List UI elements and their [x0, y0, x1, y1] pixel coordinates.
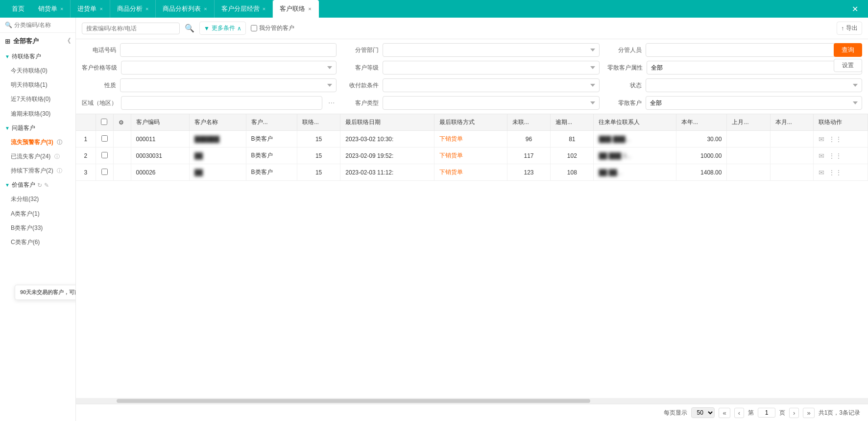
td-check-1[interactable] — [96, 148, 113, 164]
tab-goods-analysis[interactable]: 商品分析 × — [110, 0, 156, 18]
sidebar-item-churned[interactable]: 已流失客户(24) ⓘ — [0, 149, 75, 164]
page-word: 页 — [779, 409, 785, 417]
page-number-input[interactable] — [758, 408, 775, 418]
region-label: 区域（地区） — [82, 99, 117, 107]
action-more-icon-2[interactable]: ⋮⋮ — [828, 169, 842, 176]
tab-customer-contact-label: 客户联络 — [280, 4, 305, 13]
sidebar-item-churn-warning[interactable]: 流失预警客户(3) ⓘ 90天未交易的客户，可能有流失风险。 — [0, 135, 75, 149]
sidebar-group-value[interactable]: ▼ 价值客户 ↻ ✎ — [0, 178, 75, 192]
close-customer-contact-icon[interactable]: × — [308, 6, 311, 12]
close-goods-analysis-list-icon[interactable]: × — [204, 6, 207, 12]
sidebar-item-today[interactable]: 今天待联络(0) — [0, 64, 75, 78]
th-setting[interactable]: ⚙ — [113, 114, 131, 131]
customer-type-select[interactable] — [383, 96, 599, 110]
tab-home[interactable]: 首页 — [5, 0, 31, 18]
price-level-select[interactable] — [121, 61, 337, 74]
query-button[interactable]: 查询 — [834, 43, 862, 57]
close-all-icon[interactable]: ✕ — [847, 4, 863, 14]
td-last-method-2[interactable]: 下销货单 — [434, 164, 507, 181]
phone-input[interactable] — [120, 43, 337, 57]
td-last-method-1[interactable]: 下销货单 — [434, 148, 507, 164]
row-checkbox-1[interactable] — [101, 152, 108, 158]
customer-level-select[interactable] — [383, 61, 599, 74]
tab-sales[interactable]: 销货单 × — [31, 0, 71, 18]
sidebar-item-declining[interactable]: 持续下滑客户(2) ⓘ — [0, 164, 75, 178]
tooltip-churn: 90天未交易的客户，可能有流失风险。 — [15, 285, 76, 300]
td-last-date-2: 2023-02-03 11:12: — [340, 164, 434, 181]
row-checkbox-2[interactable] — [101, 169, 108, 175]
next-page-button[interactable]: › — [789, 408, 799, 418]
prev-page-button[interactable]: ‹ — [734, 408, 744, 418]
collapse-icon[interactable]: 《 — [64, 37, 71, 46]
region-more-icon[interactable]: ··· — [326, 99, 337, 107]
th-overdue: 逾期... — [551, 114, 594, 131]
scrollbar-thumb[interactable] — [117, 399, 591, 403]
th-last-month-label: 上月... — [732, 119, 748, 125]
status-select[interactable] — [646, 78, 862, 92]
sidebar-item-class-a[interactable]: A类客户(1) — [0, 207, 75, 221]
tab-goods-analysis-list[interactable]: 商品分析列表 × — [156, 0, 214, 18]
settings-button[interactable]: 设置 — [834, 59, 862, 72]
last-method-link-2[interactable]: 下销货单 — [439, 169, 463, 175]
tab-customer-contact[interactable]: 客户联络 × — [273, 0, 318, 18]
sidebar-group-problem[interactable]: ▼ 问题客户 — [0, 121, 75, 135]
last-method-link-0[interactable]: 下销货单 — [439, 135, 463, 142]
sidebar-search-input[interactable] — [14, 22, 71, 28]
td-action-2[interactable]: ✉ ⋮⋮ — [814, 164, 868, 181]
zero-customer-select[interactable]: 全部 — [646, 96, 862, 110]
sidebar-all-customers[interactable]: ⊞ 全部客户 《 — [0, 33, 75, 50]
td-action-1[interactable]: ✉ ⋮⋮ — [814, 148, 868, 164]
sidebar-item-class-b[interactable]: B类客户(33) — [0, 221, 75, 235]
close-customer-segment-icon[interactable]: × — [263, 6, 265, 12]
tab-customer-segment[interactable]: 客户分层经营 × — [215, 0, 273, 18]
td-last-method-0[interactable]: 下销货单 — [434, 131, 507, 148]
my-customers-checkbox[interactable]: 我分管的客户 — [251, 24, 294, 32]
last-method-link-1[interactable]: 下销货单 — [439, 152, 463, 159]
row-checkbox-0[interactable] — [101, 135, 108, 142]
action-more-icon-1[interactable]: ⋮⋮ — [828, 152, 842, 160]
page-size-select[interactable]: 50 — [691, 407, 715, 418]
export-button[interactable]: ↑ 导出 — [837, 22, 862, 35]
close-goods-analysis-icon[interactable]: × — [145, 6, 148, 12]
adv-filter-zero-attr: 零散客户属性 全部 — [607, 61, 862, 74]
filter-search-button[interactable]: 🔍 — [185, 24, 194, 33]
th-related-person-label: 往来单位联系人 — [599, 119, 640, 125]
action-message-icon-0[interactable]: ✉ — [819, 135, 824, 143]
sidebar-item-class-c[interactable]: C类客户(6) — [0, 235, 75, 249]
my-customers-check[interactable] — [251, 25, 257, 31]
person-input[interactable] — [646, 43, 848, 57]
filter-more-button[interactable]: ▼ 更多条件 ∧ — [199, 22, 246, 35]
zero-attr-select[interactable]: 全部 — [647, 61, 862, 74]
horizontal-scrollbar[interactable] — [76, 398, 868, 404]
region-input[interactable] — [121, 96, 322, 110]
dept-select[interactable] — [383, 43, 599, 57]
tab-purchase[interactable]: 进货单 × — [71, 0, 110, 18]
sidebar-item-overdue[interactable]: 逾期未联络(30) — [0, 107, 75, 121]
sidebar-item-tomorrow[interactable]: 明天待联络(1) — [0, 78, 75, 92]
payment-select[interactable] — [383, 78, 599, 92]
td-setting-1 — [113, 148, 131, 164]
select-all-checkbox[interactable] — [101, 119, 107, 125]
sidebar-item-ungrouped[interactable]: 未分组(32) — [0, 192, 75, 206]
gender-select[interactable] — [120, 78, 337, 92]
edit-icon[interactable]: ✎ — [44, 182, 49, 189]
page-size-label: 每页显示 — [664, 409, 687, 417]
triangle-icon-2: ▼ — [5, 125, 10, 131]
action-message-icon-1[interactable]: ✉ — [819, 152, 824, 160]
last-page-button[interactable]: » — [803, 408, 814, 418]
adv-filter-row-4: 区域（地区） ··· 客户类型 零散客户 全部 — [82, 96, 862, 110]
action-message-icon-2[interactable]: ✉ — [819, 169, 824, 176]
close-sales-icon[interactable]: × — [60, 6, 63, 12]
customer-type-label: 客户类型 — [344, 99, 379, 107]
refresh-icon[interactable]: ↻ — [37, 182, 42, 189]
close-purchase-icon[interactable]: × — [99, 6, 102, 12]
action-more-icon-0[interactable]: ⋮⋮ — [828, 135, 842, 143]
content-area: 🔍 ▼ 更多条件 ∧ 我分管的客户 ↑ 导出 电话号码 — [76, 18, 868, 421]
first-page-button[interactable]: « — [719, 408, 730, 418]
td-check-0[interactable] — [96, 131, 113, 148]
td-check-2[interactable] — [96, 164, 113, 181]
sidebar-group-pending[interactable]: ▼ 待联络客户 — [0, 50, 75, 64]
filter-search-input[interactable] — [82, 23, 180, 34]
sidebar-item-7days[interactable]: 近7天待联络(0) — [0, 92, 75, 106]
td-action-0[interactable]: ✉ ⋮⋮ — [814, 131, 868, 148]
